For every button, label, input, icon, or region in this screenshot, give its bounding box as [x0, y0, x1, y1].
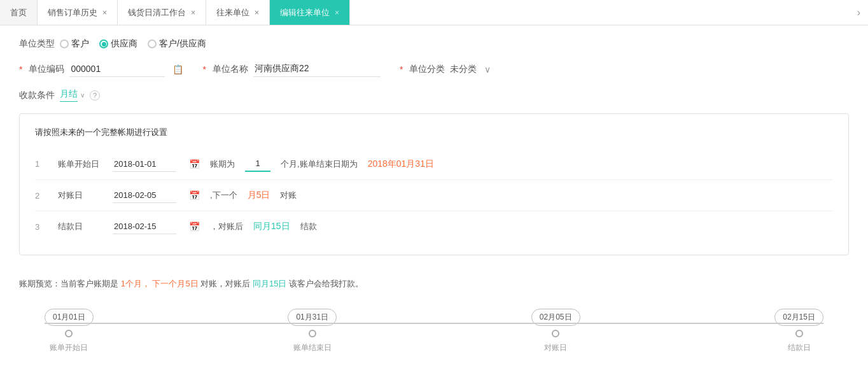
start-date-input[interactable] [113, 157, 176, 172]
preview-section: 账期预览：当前客户账期是 1个月， 下一个月5日 对账，对账后 同月15日 该客… [19, 268, 849, 385]
payment-field: 收款条件 月结 ∨ ? [19, 88, 100, 102]
unit-code-field: * 单位编码 📋 [19, 61, 183, 77]
settings-box: 请按照未来的一个完整帐期进行设置 1 账单开始日 📅 账期为 个月,账单结束日期… [19, 113, 849, 255]
radio-supplier[interactable]: 供应商 [99, 38, 137, 50]
close-cash-work[interactable]: × [191, 8, 195, 17]
preview-item2: 下一个月5日 [152, 279, 198, 288]
unit-name-input[interactable] [253, 61, 381, 77]
close-sales-history[interactable]: × [102, 8, 107, 17]
row-label-2: 对账日 [58, 190, 102, 201]
row-1-desc-suffix: 个月,账单结束日期为 [281, 158, 358, 170]
unit-type-label: 单位类型 [19, 38, 55, 50]
settings-row-1: 1 账单开始日 📅 账期为 个月,账单结束日期为 2018年01月31日 [35, 148, 833, 180]
tab-cash-work[interactable]: 钱货日清工作台 × [118, 0, 206, 25]
tl-desc-3: 对账日 [544, 342, 567, 353]
unit-type-row: 单位类型 客户 供应商 客户/供应商 [19, 38, 849, 50]
radio-both[interactable]: 客户/供应商 [148, 38, 206, 50]
start-date-calendar-icon[interactable]: 📅 [189, 159, 200, 169]
unit-name-field: * 单位名称 [202, 61, 380, 77]
unit-category-label: 单位分类 [409, 64, 445, 75]
row-2-desc-prefix: ,下一个 [210, 190, 237, 201]
row-3-desc-prefix: ，对账后 [210, 221, 243, 232]
settle-date-input[interactable] [113, 219, 176, 234]
row-2-highlight: 月5日 [248, 190, 270, 201]
row-label-1: 账单开始日 [58, 158, 102, 170]
timeline-node-3: 02月05日 对账日 [531, 309, 580, 353]
timeline-points: 01月01日 账单开始日 01月31日 账单结束日 02月05日 对账日 02月… [45, 309, 823, 353]
main-content: 单位类型 客户 供应商 客户/供应商 * 单位编码 [0, 25, 868, 387]
row-3-highlight: 同月15日 [253, 221, 290, 232]
settings-hint: 请按照未来的一个完整帐期进行设置 [35, 127, 833, 138]
tl-desc-1: 账单开始日 [50, 342, 88, 353]
radio-customer[interactable]: 客户 [60, 38, 89, 50]
payment-label: 收款条件 [19, 90, 55, 101]
unit-type-field: 单位类型 客户 供应商 客户/供应商 [19, 38, 206, 50]
settings-row-2: 2 对账日 📅 ,下一个 月5日 对账 [35, 180, 833, 211]
payment-dropdown-icon: ∨ [80, 92, 85, 99]
unit-category-field: * 单位分类 未分类 ∨ [400, 64, 491, 75]
row-num-2: 2 [35, 191, 48, 201]
timeline-node-4: 02月15日 结款日 [774, 309, 823, 353]
row-1-highlight-date: 2018年01月31日 [368, 158, 434, 170]
unit-category-value: 未分类 [450, 64, 477, 75]
unit-category-required: * [400, 64, 403, 74]
preview-text: 账期预览：当前客户账期是 1个月， 下一个月5日 对账，对账后 同月15日 该客… [19, 278, 849, 290]
row-2-desc-suffix: 对账 [280, 190, 297, 201]
payment-value: 月结 [60, 88, 78, 102]
radio-both-circle [148, 39, 157, 48]
timeline: 01月01日 账单开始日 01月31日 账单结束日 02月05日 对账日 02月… [19, 302, 849, 385]
unit-info-row: * 单位编码 📋 * 单位名称 * 单位分类 未分类 ∨ [19, 61, 849, 77]
tab-bar: 首页 销售订单历史 × 钱货日清工作台 × 往来单位 × 编辑往来单位 × › [0, 0, 868, 25]
row-3-desc-suffix: 结款 [300, 221, 317, 232]
preview-item3: 同月15日 [253, 279, 286, 288]
unit-code-required: * [19, 64, 22, 74]
unit-type-radio-group: 客户 供应商 客户/供应商 [60, 38, 206, 50]
timeline-node-2: 01月31日 账单结束日 [288, 309, 337, 353]
tl-dot-2 [309, 330, 316, 337]
radio-supplier-circle [99, 39, 108, 48]
close-partner-unit[interactable]: × [255, 8, 259, 17]
unit-name-required: * [202, 64, 206, 74]
unit-code-icon[interactable]: 📋 [172, 64, 183, 74]
tl-dot-3 [552, 330, 559, 337]
tab-home[interactable]: 首页 [0, 0, 38, 25]
unit-code-label: 单位编码 [29, 64, 64, 75]
preview-middle: 对账，对账后 [200, 279, 250, 288]
payment-row: 收款条件 月结 ∨ ? [19, 88, 849, 102]
reconcile-date-input[interactable] [113, 188, 176, 203]
tl-desc-4: 结款日 [788, 342, 811, 353]
unit-name-label: 单位名称 [213, 64, 248, 75]
tl-dot-1 [65, 330, 73, 337]
tab-partner-unit[interactable]: 往来单位 × [206, 0, 270, 25]
timeline-node-1: 01月01日 账单开始日 [45, 309, 94, 353]
close-edit-partner[interactable]: × [335, 8, 339, 17]
payment-help-icon[interactable]: ? [90, 90, 100, 101]
row-num-3: 3 [35, 222, 48, 232]
reconcile-date-calendar-icon[interactable]: 📅 [189, 190, 200, 201]
row-label-3: 结款日 [58, 221, 102, 232]
settings-row-3: 3 结款日 📅 ，对账后 同月15日 结款 [35, 211, 833, 242]
tab-edit-partner[interactable]: 编辑往来单位 × [270, 0, 350, 25]
radio-customer-circle [60, 39, 69, 48]
preview-item1: 1个月， [121, 279, 150, 288]
unit-category-dropdown-icon[interactable]: ∨ [484, 64, 491, 74]
month-input[interactable] [245, 156, 270, 172]
tab-more-button[interactable]: › [850, 7, 868, 18]
row-1-desc-prefix: 账期为 [210, 158, 235, 170]
tab-sales-history[interactable]: 销售订单历史 × [38, 0, 118, 25]
preview-suffix: 该客户会给我打款。 [289, 279, 363, 288]
tl-dot-4 [795, 330, 803, 337]
payment-select[interactable]: 月结 ∨ [60, 88, 85, 102]
timeline-line [45, 323, 823, 324]
tl-desc-2: 账单结束日 [293, 342, 332, 353]
row-num-1: 1 [35, 159, 48, 169]
unit-code-input[interactable] [69, 61, 165, 77]
preview-prefix: 账期预览：当前客户账期是 [19, 279, 118, 288]
settle-date-calendar-icon[interactable]: 📅 [189, 222, 200, 232]
